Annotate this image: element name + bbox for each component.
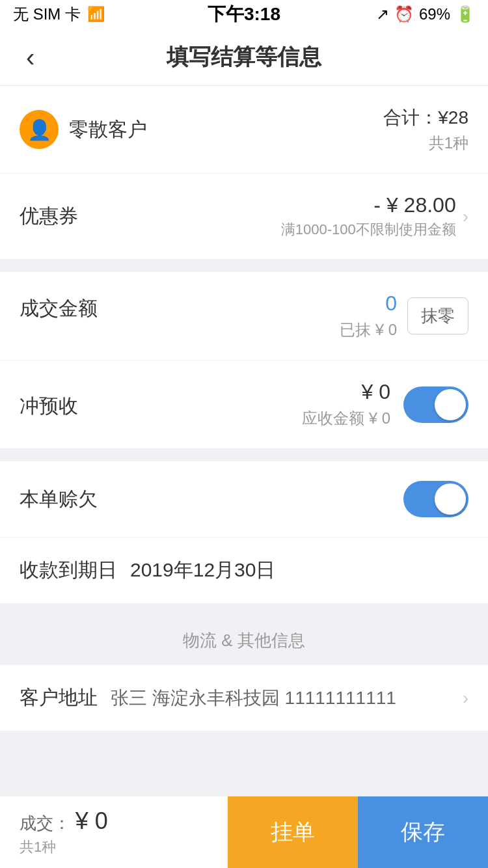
coupon-desc: 满1000-100不限制使用金额 xyxy=(281,220,456,239)
coupon-row[interactable]: 优惠券 - ¥ 28.00 满1000-100不限制使用金额 › xyxy=(0,173,488,259)
transaction-amount: 0 xyxy=(340,292,397,316)
battery-icon: 🔋 xyxy=(455,5,475,23)
coupon-value: - ¥ 28.00 满1000-100不限制使用金额 xyxy=(281,193,456,239)
bottom-info: 成交： ¥ 0 共1种 xyxy=(0,807,228,857)
customer-total: 合计：¥28 xyxy=(383,105,468,130)
due-date-label: 收款到期日 xyxy=(20,557,117,584)
hang-order-button[interactable]: 挂单 xyxy=(228,796,358,868)
toggle-knob xyxy=(435,389,466,420)
customer-name: 零散客户 xyxy=(69,116,147,143)
due-date-value: 2019年12月30日 xyxy=(130,557,275,584)
precollect-value-col: ¥ 0 应收金额 ¥ 0 xyxy=(302,380,390,429)
transaction-value-col: 0 已抹 ¥ 0 xyxy=(340,292,397,340)
avatar-icon: 👤 xyxy=(27,118,51,141)
alarm-icon: ⏰ xyxy=(394,5,414,23)
bottom-amount: ¥ 0 xyxy=(75,807,108,834)
precollect-amount: ¥ 0 xyxy=(302,380,390,404)
logistics-header: 物流 & 其他信息 xyxy=(0,616,488,665)
transaction-amount-row: 成交金额 0 已抹 ¥ 0 抹零 xyxy=(0,272,488,360)
bottom-bar: 成交： ¥ 0 共1种 挂单 保存 xyxy=(0,796,488,868)
logistics-label: 物流 & 其他信息 xyxy=(183,631,305,650)
back-button[interactable]: ‹ xyxy=(20,38,41,77)
coupon-label: 优惠券 xyxy=(20,203,78,230)
status-bar-left: 无 SIM 卡 📶 xyxy=(13,4,105,25)
debt-row: 本单赊欠 xyxy=(0,461,488,537)
due-date-row: 收款到期日 2019年12月30日 xyxy=(0,537,488,603)
nav-bar: ‹ 填写结算等信息 xyxy=(0,29,488,86)
precollect-right: ¥ 0 应收金额 ¥ 0 xyxy=(302,380,468,429)
carrier-text: 无 SIM 卡 xyxy=(13,4,81,25)
debt-toggle-knob xyxy=(435,483,466,515)
bottom-deal-label: 成交： xyxy=(20,813,70,833)
status-bar-time: 下午3:18 xyxy=(208,2,280,27)
debt-section: 本单赊欠 收款到期日 2019年12月30日 xyxy=(0,461,488,603)
bottom-count: 共1种 xyxy=(20,837,208,857)
precollect-toggle[interactable] xyxy=(403,387,468,423)
main-content: 👤 零散客户 合计：¥28 共1种 优惠券 - ¥ 28.00 满1000-10… xyxy=(0,86,488,861)
address-value: 张三 海淀永丰科技园 11111111111 xyxy=(111,686,463,711)
precollect-label: 冲预收 xyxy=(20,389,78,420)
transaction-section: 成交金额 0 已抹 ¥ 0 抹零 冲预收 ¥ 0 应收金额 ¥ 0 xyxy=(0,272,488,448)
coupon-amount: - ¥ 28.00 xyxy=(281,193,456,217)
address-label: 客户地址 xyxy=(20,685,98,711)
customer-row: 👤 零散客户 合计：¥28 共1种 xyxy=(0,86,488,173)
bottom-deal-row: 成交： ¥ 0 xyxy=(20,807,208,835)
chevron-right-icon: › xyxy=(463,206,468,227)
avatar: 👤 xyxy=(20,110,59,149)
debt-toggle[interactable] xyxy=(403,481,468,517)
customer-card-section: 👤 零散客户 合计：¥28 共1种 优惠券 - ¥ 28.00 满1000-10… xyxy=(0,86,488,259)
customer-right: 合计：¥28 共1种 xyxy=(383,105,468,154)
address-chevron-icon: › xyxy=(463,688,468,709)
debt-label: 本单赊欠 xyxy=(20,486,98,513)
transaction-right: 0 已抹 ¥ 0 抹零 xyxy=(340,292,468,340)
save-button[interactable]: 保存 xyxy=(358,796,488,868)
round-zero-button[interactable]: 抹零 xyxy=(407,297,468,334)
precollect-sub: 应收金额 ¥ 0 xyxy=(302,408,390,429)
customer-left: 👤 零散客户 xyxy=(20,110,147,149)
transaction-sub: 已抹 ¥ 0 xyxy=(340,319,397,340)
page-title: 填写结算等信息 xyxy=(167,42,321,72)
coupon-right: - ¥ 28.00 满1000-100不限制使用金额 › xyxy=(281,193,468,239)
battery-text: 69% xyxy=(419,5,450,23)
status-bar-right: ↗ ⏰ 69% 🔋 xyxy=(376,5,475,23)
address-row[interactable]: 客户地址 张三 海淀永丰科技园 11111111111 › xyxy=(0,665,488,731)
transaction-label: 成交金额 xyxy=(20,292,98,322)
customer-count: 共1种 xyxy=(383,133,468,154)
wifi-icon: 📶 xyxy=(87,6,105,23)
location-icon: ↗ xyxy=(376,5,389,23)
status-bar: 无 SIM 卡 📶 下午3:18 ↗ ⏰ 69% 🔋 xyxy=(0,0,488,29)
precollect-row: 冲预收 ¥ 0 应收金额 ¥ 0 xyxy=(0,360,488,448)
